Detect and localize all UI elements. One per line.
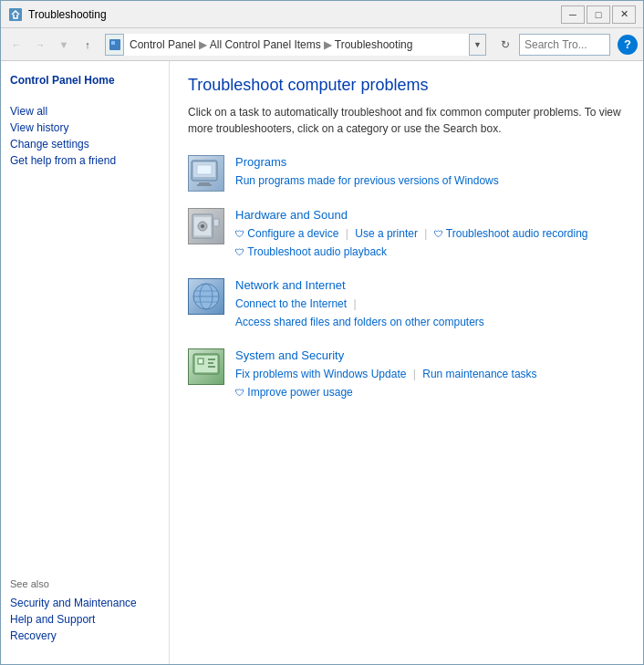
close-button[interactable]: ✕ bbox=[612, 5, 636, 24]
run-programs-link[interactable]: Run programs made for previous versions … bbox=[235, 174, 499, 187]
shield-icon-3: 🛡 bbox=[235, 247, 244, 257]
security-title[interactable]: System and Security bbox=[235, 348, 625, 362]
change-settings-link[interactable]: Change settings bbox=[10, 136, 160, 152]
window-icon bbox=[8, 7, 23, 22]
recent-button[interactable]: ▼ bbox=[54, 35, 74, 55]
address-part-2: All Control Panel Items bbox=[210, 38, 321, 51]
view-all-link[interactable]: View all bbox=[10, 103, 160, 119]
content-area: Control Panel Home View all View history… bbox=[1, 61, 643, 664]
hardware-content: Hardware and Sound 🛡 Configure a device … bbox=[235, 208, 625, 262]
window-controls: ─ □ ✕ bbox=[561, 5, 636, 24]
shield-icon-2: 🛡 bbox=[434, 229, 443, 239]
security-content: System and Security Fix problems with Wi… bbox=[235, 348, 625, 402]
search-box bbox=[519, 34, 610, 56]
main-description: Click on a task to automatically trouble… bbox=[188, 104, 625, 137]
navbar: ← → ▼ ↑ Control Panel ▶ All Control Pane… bbox=[1, 28, 643, 61]
category-network: Network and Internet Connect to the Inte… bbox=[188, 278, 625, 332]
programs-title[interactable]: Programs bbox=[235, 155, 625, 169]
control-panel-home-link[interactable]: Control Panel Home bbox=[10, 72, 160, 88]
window-title: Troubleshooting bbox=[28, 8, 561, 21]
category-security: System and Security Fix problems with Wi… bbox=[188, 348, 625, 402]
network-title[interactable]: Network and Internet bbox=[235, 278, 625, 292]
svg-rect-7 bbox=[197, 165, 212, 174]
shared-files-link[interactable]: Access shared files and folders on other… bbox=[235, 316, 484, 328]
address-dropdown-button[interactable]: ▼ bbox=[469, 35, 485, 55]
main-window: Troubleshooting ─ □ ✕ ← → ▼ ↑ Control Pa… bbox=[0, 0, 644, 665]
view-history-link[interactable]: View history bbox=[10, 119, 160, 136]
sidebar: Control Panel Home View all View history… bbox=[1, 61, 170, 664]
audio-recording-link[interactable]: Troubleshoot audio recording bbox=[446, 227, 588, 240]
configure-device-link[interactable]: Configure a device bbox=[247, 227, 338, 240]
hardware-links: 🛡 Configure a device | Use a printer | 🛡… bbox=[235, 224, 625, 262]
network-links: Connect to the Internet | Access shared … bbox=[235, 295, 625, 332]
minimize-button[interactable]: ─ bbox=[561, 5, 585, 24]
titlebar: Troubleshooting ─ □ ✕ bbox=[1, 1, 643, 28]
svg-rect-14 bbox=[213, 219, 219, 226]
help-button[interactable]: ? bbox=[618, 35, 638, 55]
address-part-1: Control Panel bbox=[130, 38, 196, 51]
refresh-button[interactable]: ↻ bbox=[495, 35, 515, 55]
hardware-title[interactable]: Hardware and Sound bbox=[235, 208, 625, 222]
category-hardware: Hardware and Sound 🛡 Configure a device … bbox=[188, 208, 625, 262]
main-panel: Troubleshoot computer problems Click on … bbox=[170, 61, 643, 664]
address-bar[interactable]: Control Panel ▶ All Control Panel Items … bbox=[124, 34, 469, 56]
svg-rect-2 bbox=[111, 41, 115, 45]
use-printer-link[interactable]: Use a printer bbox=[355, 227, 418, 240]
programs-links: Run programs made for previous versions … bbox=[235, 171, 625, 190]
shield-icon-4: 🛡 bbox=[235, 388, 244, 398]
category-programs: Programs Run programs made for previous … bbox=[188, 155, 625, 192]
security-links: Fix problems with Windows Update | Run m… bbox=[235, 365, 625, 402]
shield-icon-1: 🛡 bbox=[235, 229, 244, 239]
programs-content: Programs Run programs made for previous … bbox=[235, 155, 625, 190]
svg-rect-9 bbox=[197, 184, 212, 186]
address-part-3: Troubleshooting bbox=[335, 38, 413, 51]
back-button[interactable]: ← bbox=[6, 35, 26, 55]
maintenance-tasks-link[interactable]: Run maintenance tasks bbox=[422, 368, 536, 380]
security-icon bbox=[188, 348, 224, 385]
network-content: Network and Internet Connect to the Inte… bbox=[235, 278, 625, 332]
address-icon bbox=[106, 35, 124, 55]
connect-internet-link[interactable]: Connect to the Internet bbox=[235, 297, 347, 310]
sidebar-bottom: See also Security and Maintenance Help a… bbox=[10, 578, 160, 653]
see-also-label: See also bbox=[10, 578, 160, 589]
network-icon bbox=[188, 278, 224, 315]
up-button[interactable]: ↑ bbox=[78, 35, 98, 55]
power-usage-link[interactable]: Improve power usage bbox=[247, 386, 352, 399]
svg-point-13 bbox=[201, 224, 204, 228]
hardware-icon bbox=[188, 208, 224, 244]
security-maintenance-link[interactable]: Security and Maintenance bbox=[10, 595, 160, 611]
maximize-button[interactable]: □ bbox=[587, 5, 610, 24]
recovery-link[interactable]: Recovery bbox=[10, 628, 160, 644]
get-help-link[interactable]: Get help from a friend bbox=[10, 152, 160, 169]
windows-update-link[interactable]: Fix problems with Windows Update bbox=[235, 368, 406, 380]
audio-playback-link[interactable]: Troubleshoot audio playback bbox=[247, 245, 387, 258]
forward-button[interactable]: → bbox=[30, 35, 50, 55]
programs-icon bbox=[188, 155, 224, 192]
sidebar-top: Control Panel Home View all View history… bbox=[10, 72, 160, 169]
svg-rect-23 bbox=[199, 359, 203, 363]
help-support-link[interactable]: Help and Support bbox=[10, 611, 160, 628]
main-title: Troubleshoot computer problems bbox=[188, 76, 625, 95]
